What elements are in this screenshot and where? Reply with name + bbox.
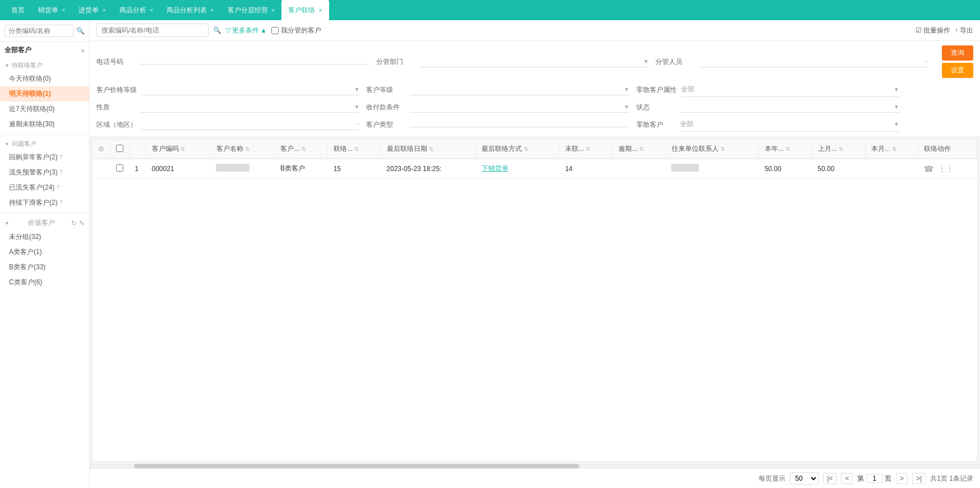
my-customers-checkbox-wrap[interactable]: 我分管的客户 — [271, 26, 321, 35]
close-purchase-order-icon[interactable]: × — [102, 7, 105, 13]
select-all-checkbox[interactable] — [116, 145, 123, 152]
pending-contact-group-label: 待联络客户 — [0, 58, 89, 71]
cell-settings — [93, 159, 110, 178]
collapse-icon[interactable]: « — [81, 47, 85, 54]
all-customers-header[interactable]: 全部客户 « — [0, 42, 89, 58]
sidebar-item-churned[interactable]: 已流失客户(24) ? — [0, 180, 89, 195]
close-customer-segmentation-icon[interactable]: × — [271, 7, 275, 13]
sort-code-icon[interactable]: ⇅ — [181, 146, 185, 152]
col-this-month-header: 本月...⇅ — [865, 140, 918, 159]
nature-select[interactable]: ▼ — [140, 102, 359, 113]
my-customers-checkbox[interactable] — [271, 27, 279, 34]
retail-customer-select[interactable]: 全部 ▼ — [680, 117, 899, 132]
sidebar-item-7days-contact[interactable]: 近7天待联络(0) — [0, 102, 89, 117]
last-contact-method-link[interactable]: 下销货单 — [482, 164, 509, 172]
sort-this-year-icon[interactable]: ⇅ — [785, 146, 790, 152]
dept-select[interactable]: ▼ — [420, 56, 649, 67]
page-input[interactable] — [866, 474, 883, 483]
search-button-icon[interactable]: 🔍 — [213, 26, 221, 34]
sort-contact-icon[interactable]: ⇅ — [354, 146, 359, 152]
sidebar-item-a-class[interactable]: A类客户(1) — [0, 245, 89, 260]
payment-label: 收付款条件 — [366, 103, 405, 112]
nav-customer-segmentation[interactable]: 客户分层经营 × — [221, 0, 281, 20]
customer-grade-select[interactable]: ▼ — [410, 84, 629, 95]
sidebar-item-repurchase-abnormal[interactable]: 回购异常客户(2) ? — [0, 150, 89, 165]
cell-unit-contact — [665, 159, 759, 178]
more-conditions-button[interactable]: ▽ 更多条件 ▲ — [226, 26, 267, 35]
reset-button[interactable]: 设置 — [942, 63, 973, 78]
nav-purchase-order[interactable]: 进货单 × — [72, 0, 112, 20]
close-customer-contact-icon[interactable]: × — [318, 7, 322, 13]
filter-row-2: 客户价格等级 ▼ 客户等级 ▼ 零散客户属性 全部 — [96, 82, 973, 97]
person-select[interactable]: ··· — [699, 56, 928, 67]
refresh-icon[interactable]: ↻ — [71, 219, 77, 227]
sort-no-contact-icon[interactable]: ⇅ — [586, 146, 590, 152]
cell-name — [210, 159, 275, 178]
query-button[interactable]: 查询 — [942, 45, 973, 61]
dept-label: 分管部门 — [376, 57, 415, 67]
nav-customer-contact[interactable]: 客户联络 × — [281, 0, 329, 20]
sort-overdue-icon[interactable]: ⇅ — [639, 146, 644, 152]
per-page-select[interactable]: 50 100 200 — [790, 472, 819, 485]
call-action-icon[interactable]: ☎ — [924, 164, 933, 173]
col-this-year-header: 本年...⇅ — [759, 140, 812, 159]
nav-product-analysis[interactable]: 商品分析 × — [113, 0, 160, 20]
sort-last-month-icon[interactable]: ⇅ — [839, 146, 843, 152]
retail-attr-select[interactable]: 全部 ▼ — [681, 82, 899, 97]
retail-attr-chevron-icon: ▼ — [894, 86, 899, 93]
sort-date-icon[interactable]: ⇅ — [429, 146, 433, 152]
last-page-button[interactable]: >| — [912, 473, 926, 484]
sidebar-search-input[interactable] — [4, 25, 74, 37]
area-select[interactable]: ··· — [141, 119, 359, 130]
next-page-button[interactable]: > — [896, 473, 908, 484]
customer-grade-field: 客户等级 ▼ — [366, 84, 629, 95]
horizontal-scrollbar[interactable] — [90, 464, 980, 468]
nav-home[interactable]: 首页 — [4, 0, 31, 20]
value-customer-group-label: 价值客户 ↻ ✎ — [0, 215, 89, 229]
status-chevron-icon: ▼ — [894, 104, 899, 110]
cell-index: 1 — [130, 159, 146, 178]
status-select[interactable]: ▼ — [680, 102, 899, 113]
cell-overdue — [613, 159, 666, 178]
status-field: 状态 ▼ — [636, 102, 899, 113]
close-product-analysis-list-icon[interactable]: × — [210, 7, 214, 13]
sidebar-item-b-class[interactable]: B类客户(33) — [0, 260, 89, 275]
retail-customer-chevron-icon: ▼ — [894, 121, 899, 127]
sidebar-item-churn-warning[interactable]: 流失预警客户(3) ? — [0, 165, 89, 180]
first-page-button[interactable]: |< — [823, 473, 836, 484]
prev-page-button[interactable]: < — [841, 473, 853, 484]
table-settings-icon[interactable]: ⚙ — [98, 145, 104, 153]
total-info: 共1页 1条记录 — [930, 474, 973, 484]
sidebar-item-tomorrow-contact[interactable]: 明天待联络(1) — [0, 86, 89, 102]
retail-customer-field: 零散客户 全部 ▼ — [636, 117, 899, 132]
price-grade-select[interactable]: ▼ — [141, 84, 359, 95]
sort-method-icon[interactable]: ⇅ — [524, 146, 528, 152]
batch-operation-button[interactable]: ☑ 批量操作 — [916, 26, 950, 35]
export-button[interactable]: ↑ 导出 — [955, 26, 973, 35]
sidebar-item-today-contact[interactable]: 今天待联络(0) — [0, 71, 89, 86]
payment-select[interactable]: ▼ — [410, 102, 629, 113]
col-checkbox-header — [110, 140, 130, 159]
more-action-icon[interactable]: ⋮⋮ — [938, 164, 954, 173]
search-input[interactable] — [96, 24, 209, 37]
sort-name-icon[interactable]: ⇅ — [245, 146, 249, 152]
edit-icon[interactable]: ✎ — [79, 219, 85, 227]
nav-sales-order[interactable]: 销货单 × — [31, 0, 72, 20]
sort-unit-contact-icon[interactable]: ⇅ — [720, 146, 725, 152]
sidebar-item-ungrouped[interactable]: 未分组(32) — [0, 229, 89, 245]
sidebar-item-declining[interactable]: 持续下滑客户(2) ? — [0, 195, 89, 210]
top-navigation: 首页 销货单 × 进货单 × 商品分析 × 商品分析列表 × 客户分层经营 × … — [0, 0, 980, 20]
type-select[interactable] — [410, 122, 629, 127]
row-checkbox[interactable] — [116, 164, 123, 172]
sort-type-icon[interactable]: ⇅ — [301, 146, 306, 152]
close-product-analysis-icon[interactable]: × — [150, 7, 153, 13]
sidebar-item-c-class[interactable]: C类客户(6) — [0, 275, 89, 290]
close-sales-order-icon[interactable]: × — [62, 7, 65, 13]
scroll-thumb[interactable] — [134, 464, 579, 468]
payment-field: 收付款条件 ▼ — [366, 102, 629, 113]
sidebar-item-overdue-contact[interactable]: 逾期未联络(30) — [0, 117, 89, 132]
filter-row-3: 性质 ▼ 收付款条件 ▼ 状态 — [96, 102, 973, 113]
sidebar-search-icon[interactable]: 🔍 — [76, 27, 85, 35]
nav-product-analysis-list[interactable]: 商品分析列表 × — [160, 0, 220, 20]
sort-this-month-icon[interactable]: ⇅ — [892, 146, 896, 152]
